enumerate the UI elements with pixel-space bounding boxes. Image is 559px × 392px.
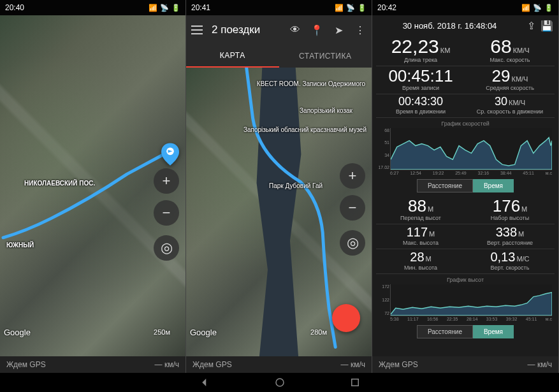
status-time: 20:41 [191, 3, 335, 12]
current-location-pin[interactable] [161, 143, 179, 166]
back-icon[interactable] [199, 377, 210, 388]
footer-bar: Ждем GPS — км/ч [0, 356, 185, 373]
stats-body: 22,23КМДлина трека 68КМ/ЧМакс. скорость … [372, 36, 558, 356]
navigate-icon[interactable]: ➤ [332, 24, 345, 36]
statusbar: 20:40 📶📡🔋 [0, 0, 185, 15]
zoom-out-button[interactable]: − [340, 195, 365, 221]
header-title: 2 поездки [212, 24, 280, 36]
footer-bar: Ждем GPS — км/ч [186, 356, 372, 373]
stat-avg-speed: 29КМ/ЧСредняя скорость [465, 66, 555, 94]
android-navbar [0, 373, 559, 392]
speed-readout: — км/ч [528, 360, 552, 369]
locate-button[interactable]: ◎ [154, 235, 179, 261]
app-header: 2 поездки 👁 📍 ➤ ⋮ [186, 15, 372, 45]
zoom-out-button[interactable]: − [154, 200, 179, 226]
record-button[interactable] [332, 304, 360, 332]
toggle-distance[interactable]: Расстояние [417, 325, 473, 338]
svg-point-1 [276, 379, 284, 386]
stat-min-elev: 28ММин. высота [376, 249, 465, 273]
status-icons: 📶📡🔋 [149, 4, 180, 12]
map-label-museum: Запорізький обласний краєзнавчий музей [243, 126, 367, 133]
status-time: 20:40 [5, 3, 149, 12]
map-attribution: Google [4, 328, 31, 337]
stat-elev-diff: 88МПерепад высот [376, 196, 465, 224]
add-marker-icon[interactable]: 📍 [310, 24, 323, 36]
map-label-kozak: Запорізький козак [300, 107, 352, 114]
map-label-quest: КВЕСТ ROOM. Записки Одержимого [257, 80, 365, 87]
map-view[interactable]: НИКОЛАЕВСКИЙ ПОС. ЮЖНЫЙ + − ◎ Google 250… [0, 15, 185, 356]
stat-max-speed: 68КМ/ЧМакс. скорость [465, 36, 555, 66]
map-scale: 280м [310, 328, 327, 336]
map-label-park: Парк Дубовий Гай [269, 182, 323, 189]
toggle-distance[interactable]: Расстояние [417, 179, 473, 192]
tab-bar: КАРТА СТАТИСТИКА [186, 45, 372, 68]
stat-max-elev: 117ММакс. высота [376, 224, 465, 249]
map-label-yuzhny: ЮЖНЫЙ [6, 242, 34, 249]
stat-avg-move-speed: 30КМ/ЧСр. скорость в движении [465, 94, 555, 117]
stat-vert-speed: 0,13М/СВерт. скорость [465, 249, 555, 273]
chart2-toggle: Расстояние Время [376, 325, 555, 338]
stat-move-time: 00:43:30Время в движении [376, 94, 465, 117]
screen-map-1: 20:40 📶📡🔋 НИКОЛАЕВСКИЙ ПОС. ЮЖНЫЙ + − ◎ … [0, 0, 186, 373]
status-icons: 📶📡🔋 [335, 4, 367, 12]
toggle-time[interactable]: Время [473, 179, 514, 192]
status-icons: 📶📡🔋 [521, 4, 553, 12]
elevation-chart: График высот 17212272 5:3811:1716:5622:3… [376, 277, 555, 321]
tab-stats[interactable]: СТАТИСТИКА [279, 45, 372, 68]
recents-icon[interactable] [349, 377, 361, 388]
tab-map[interactable]: КАРТА [186, 45, 279, 68]
speed-readout: — км/ч [155, 360, 179, 369]
statusbar: 20:41 📶📡🔋 [186, 0, 372, 15]
more-icon[interactable]: ⋮ [354, 24, 367, 36]
locate-button[interactable]: ◎ [340, 230, 365, 256]
gps-status: Ждем GPS [379, 360, 418, 369]
chart1-toggle: Расстояние Время [376, 179, 555, 192]
track-date: 30 нояб. 2018 г. 16:48:04 [377, 21, 522, 31]
stats-header: 30 нояб. 2018 г. 16:48:04 ⇪ 💾 [372, 15, 558, 36]
screen-stats: 20:42 📶📡🔋 30 нояб. 2018 г. 16:48:04 ⇪ 💾 … [372, 0, 559, 373]
gps-status: Ждем GPS [6, 360, 46, 369]
zoom-in-button[interactable]: + [154, 168, 179, 194]
speed-chart: График скоростей 68513417.02 6:2712:5419… [376, 120, 555, 175]
statusbar: 20:42 📶📡🔋 [372, 0, 558, 15]
stat-elev-gain: 176МНабор высоты [465, 196, 555, 224]
map-view[interactable]: КВЕСТ ROOM. Записки Одержимого Запорізьк… [186, 68, 372, 356]
map-scale: 250м [154, 328, 170, 336]
svg-rect-2 [351, 379, 358, 386]
map-label-nikolaevsky: НИКОЛАЕВСКИЙ ПОС. [24, 180, 95, 187]
speed-readout: — км/ч [341, 360, 365, 369]
screen-map-2: 20:41 📶📡🔋 2 поездки 👁 📍 ➤ ⋮ КАРТА СТАТИС… [186, 0, 372, 373]
toggle-time[interactable]: Время [473, 325, 514, 338]
menu-icon[interactable] [191, 25, 203, 34]
visibility-icon[interactable]: 👁 [289, 24, 301, 36]
stat-rec-time: 00:45:11Время записи [376, 66, 465, 94]
map-attribution: Google [190, 328, 217, 337]
stat-distance: 22,23КМДлина трека [376, 36, 465, 66]
footer-bar: Ждем GPS — км/ч [372, 356, 558, 373]
save-icon[interactable]: 💾 [541, 20, 553, 32]
gps-status: Ждем GPS [192, 360, 232, 369]
status-time: 20:42 [377, 3, 521, 12]
home-icon[interactable] [274, 377, 286, 388]
zoom-in-button[interactable]: + [340, 163, 365, 189]
share-icon[interactable]: ⇪ [527, 20, 535, 32]
stat-vert-dist: 338МВерт. расстояние [465, 224, 555, 249]
